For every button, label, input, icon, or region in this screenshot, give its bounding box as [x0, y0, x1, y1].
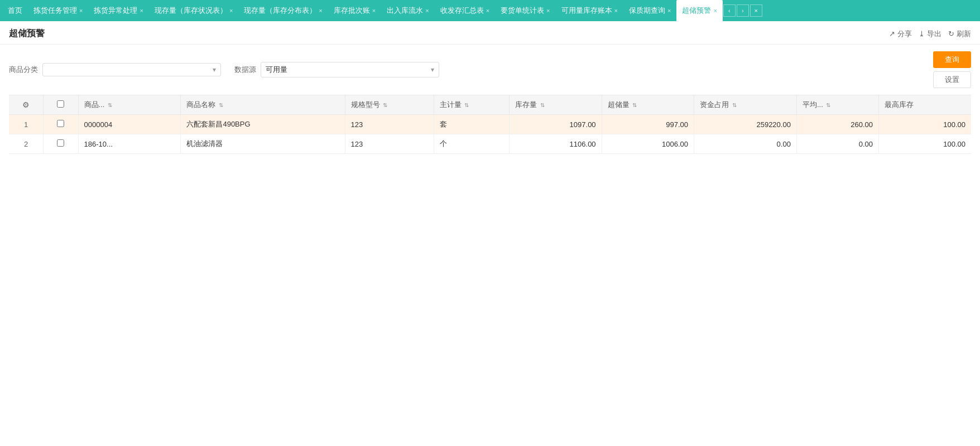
cell-code: 0000004 — [78, 115, 181, 134]
cell-stock: 1097.00 — [510, 115, 602, 134]
nav-close-all-button[interactable]: × — [750, 4, 762, 17]
close-icon[interactable]: × — [614, 7, 618, 14]
action-buttons: 查询 设置 — [933, 51, 971, 88]
refresh-button[interactable]: ↻ 刷新 — [948, 29, 971, 39]
th-unit[interactable]: 主计量 ⇅ — [434, 95, 509, 115]
share-icon: ↗ — [889, 30, 895, 38]
nav-item-batch[interactable]: 库存批次账 × — [328, 0, 381, 21]
nav-bar: 首页 拣货任务管理 × 拣货异常处理 × 现存量（库存状况表） × 现存量（库存… — [0, 0, 980, 21]
nav-item-available[interactable]: 可用量库存账本 × — [556, 0, 623, 21]
sort-icon: ⇅ — [540, 102, 545, 108]
cell-name: 机油滤清器 — [181, 134, 345, 154]
row-checkbox-cell — [44, 134, 79, 154]
close-icon[interactable]: × — [140, 7, 143, 14]
th-maxstock: 最高库存 — [878, 95, 971, 115]
cell-code: 186-10... — [78, 134, 181, 154]
row-number: 1 — [9, 115, 44, 134]
sort-icon: ⇅ — [826, 102, 830, 108]
th-stock[interactable]: 库存量 ⇅ — [510, 95, 602, 115]
cell-avg: 0.00 — [796, 134, 878, 154]
nav-item-task[interactable]: 拣货任务管理 × — [28, 0, 88, 21]
row-checkbox-cell — [44, 115, 79, 134]
datasource-filter: 数据源 可用量 ▾ — [234, 62, 439, 77]
cell-over: 1006.00 — [602, 134, 694, 154]
category-filter: 商品分类 ▾ — [9, 63, 221, 76]
th-avg[interactable]: 平均... ⇅ — [796, 95, 878, 115]
row-number: 2 — [9, 134, 44, 154]
set-button[interactable]: 设置 — [933, 71, 971, 88]
th-code[interactable]: 商品... ⇅ — [78, 95, 181, 115]
nav-item-inout[interactable]: 出入库流水 × — [381, 0, 434, 21]
th-capital[interactable]: 资金占用 ⇅ — [694, 95, 797, 115]
export-icon: ⤓ — [919, 30, 925, 38]
row-checkbox[interactable] — [57, 139, 64, 147]
export-button[interactable]: ⤓ 导出 — [919, 29, 941, 39]
page-content: 超储预警 ↗ 分享 ⤓ 导出 ↻ 刷新 商品分类 ▾ 数据源 — [0, 21, 980, 446]
table-container: ⚙ 商品... ⇅ 商品名称 ⇅ 规格型号 ⇅ — [0, 95, 980, 154]
th-name[interactable]: 商品名称 ⇅ — [181, 95, 345, 115]
nav-prev-button[interactable]: ‹ — [723, 4, 736, 17]
nav-item-home[interactable]: 首页 — [2, 0, 28, 21]
cell-maxstock: 100.00 — [878, 115, 971, 134]
sort-icon: ⇅ — [632, 102, 637, 108]
close-icon[interactable]: × — [486, 7, 489, 14]
nav-item-exception[interactable]: 拣货异常处理 × — [88, 0, 148, 21]
refresh-icon: ↻ — [948, 30, 954, 38]
filter-area: 商品分类 ▾ 数据源 可用量 ▾ 查询 设置 — [0, 45, 980, 95]
close-icon[interactable]: × — [546, 7, 550, 14]
page-title: 超储预警 — [9, 28, 45, 40]
chevron-down-icon: ▾ — [431, 66, 434, 74]
table-row: 2 186-10... 机油滤清器 123 个 1106.00 1006.00 … — [9, 134, 971, 154]
nav-item-order-stat[interactable]: 要货单统计表 × — [495, 0, 555, 21]
gear-icon[interactable]: ⚙ — [22, 100, 30, 109]
cell-unit: 个 — [434, 134, 509, 154]
nav-item-overstock[interactable]: 超储预警 × — [676, 0, 722, 21]
cell-name: 六配套新昌490BPG — [181, 115, 345, 134]
share-button[interactable]: ↗ 分享 — [889, 29, 912, 39]
table-row: 1 0000004 六配套新昌490BPG 123 套 1097.00 997.… — [9, 115, 971, 134]
nav-item-stock-dist[interactable]: 现存量（库存分布表） × — [238, 0, 328, 21]
th-gear[interactable]: ⚙ — [9, 95, 44, 115]
cell-unit: 套 — [434, 115, 509, 134]
chevron-down-icon: ▾ — [213, 66, 216, 74]
th-checkbox — [44, 95, 79, 115]
cell-spec: 123 — [345, 134, 434, 154]
data-table: ⚙ 商品... ⇅ 商品名称 ⇅ 规格型号 ⇅ — [9, 95, 971, 154]
query-button[interactable]: 查询 — [933, 51, 971, 68]
close-icon[interactable]: × — [79, 7, 83, 14]
th-over[interactable]: 超储量 ⇅ — [602, 95, 694, 115]
datasource-select[interactable]: 可用量 ▾ — [261, 62, 439, 77]
select-all-checkbox[interactable] — [57, 100, 64, 108]
nav-item-stock-status[interactable]: 现存量（库存状况表） × — [149, 0, 238, 21]
header-actions: ↗ 分享 ⤓ 导出 ↻ 刷新 — [889, 29, 971, 39]
close-icon[interactable]: × — [372, 7, 376, 14]
category-select[interactable]: ▾ — [42, 63, 221, 76]
th-spec[interactable]: 规格型号 ⇅ — [345, 95, 434, 115]
table-header-row: ⚙ 商品... ⇅ 商品名称 ⇅ 规格型号 ⇅ — [9, 95, 971, 115]
close-icon[interactable]: × — [229, 7, 233, 14]
cell-avg: 260.00 — [796, 115, 878, 134]
sort-icon: ⇅ — [108, 102, 112, 108]
cell-stock: 1106.00 — [510, 134, 602, 154]
nav-next-button[interactable]: › — [737, 4, 749, 17]
datasource-label: 数据源 — [234, 65, 256, 75]
close-icon[interactable]: × — [667, 7, 671, 14]
cell-capital: 259220.00 — [694, 115, 797, 134]
sort-icon: ⇅ — [383, 102, 387, 108]
close-icon[interactable]: × — [713, 7, 717, 14]
cell-spec: 123 — [345, 115, 434, 134]
close-icon[interactable]: × — [425, 7, 429, 14]
row-checkbox[interactable] — [57, 120, 64, 127]
cell-over: 997.00 — [602, 115, 694, 134]
cell-capital: 0.00 — [694, 134, 797, 154]
nav-item-summary[interactable]: 收发存汇总表 × — [435, 0, 495, 21]
sort-icon: ⇅ — [219, 102, 223, 108]
sort-icon: ⇅ — [464, 102, 469, 108]
table-body: 1 0000004 六配套新昌490BPG 123 套 1097.00 997.… — [9, 115, 971, 154]
close-icon[interactable]: × — [319, 7, 322, 14]
category-label: 商品分类 — [9, 65, 38, 75]
sort-icon: ⇅ — [732, 102, 737, 108]
page-header: 超储预警 ↗ 分享 ⤓ 导出 ↻ 刷新 — [0, 21, 980, 45]
nav-item-quality[interactable]: 保质期查询 × — [623, 0, 676, 21]
datasource-value: 可用量 — [266, 65, 287, 75]
